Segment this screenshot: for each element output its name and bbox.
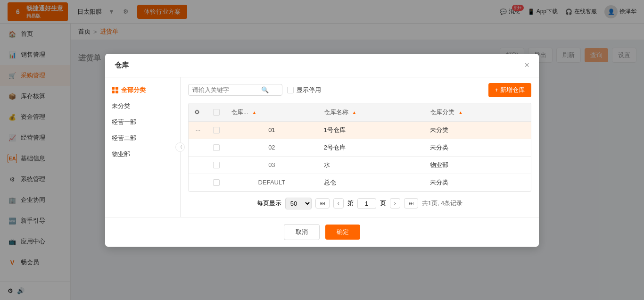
row-name-2: 水 — [318, 156, 425, 174]
row-checkbox-3 — [207, 174, 225, 191]
col-name: 仓库名称 ▲ — [318, 103, 425, 122]
table-row[interactable]: 02 2号仓库 未分类 — [189, 139, 531, 156]
search-input[interactable] — [192, 86, 258, 93]
category-item-dept1[interactable]: 经营一部 — [105, 114, 180, 130]
cancel-button[interactable]: 取消 — [284, 224, 320, 240]
row-select-checkbox-3[interactable] — [213, 179, 220, 186]
warehouse-list-panel: 🔍 显示停用 + 新增仓库 ⚙ — [181, 77, 539, 217]
row-category-1: 未分类 — [424, 139, 531, 156]
row-name-0: 1号仓库 — [318, 121, 425, 139]
row-name-1: 2号仓库 — [318, 139, 425, 156]
row-select-checkbox-1[interactable] — [213, 144, 220, 151]
row-actions-0: ··· — [189, 121, 207, 139]
category-item-unclassified[interactable]: 未分类 — [105, 98, 180, 114]
search-icon[interactable]: 🔍 — [261, 86, 269, 93]
modal-close-button[interactable]: × — [524, 60, 529, 70]
modal-footer: 取消 确定 — [105, 217, 539, 247]
row-category-0: 未分类 — [424, 121, 531, 139]
all-categories-item[interactable]: 全部分类 — [105, 82, 180, 98]
row-code-0: 01 — [225, 121, 318, 139]
row-actions-2 — [189, 156, 207, 174]
first-page-button[interactable]: ⏮ — [315, 198, 330, 208]
col-code: 仓库... ▲ — [225, 103, 318, 122]
prev-page-button[interactable]: ‹ — [333, 198, 344, 208]
warehouse-modal: 仓库 × 全部分类 《 未分类 经营一部 经营二部 物业 — [105, 54, 539, 247]
confirm-button[interactable]: 确定 — [325, 225, 360, 240]
show-disabled-label: 显示停用 — [297, 86, 321, 94]
category-panel: 全部分类 《 未分类 经营一部 经营二部 物业部 — [105, 77, 181, 217]
pagination: 每页显示 50 10 20 100 ⏮ ‹ 第 页 › ⏭ 共1页, 4条记录 — [188, 192, 531, 211]
col-gear: ⚙ — [189, 103, 207, 122]
search-box: 🔍 — [188, 84, 282, 96]
col-category: 仓库分类 ▲ — [424, 103, 531, 122]
page-label: 第 — [347, 199, 354, 208]
column-gear-icon[interactable]: ⚙ — [194, 108, 200, 116]
per-page-select[interactable]: 50 10 20 100 — [285, 198, 312, 209]
show-disabled-toggle: 显示停用 — [287, 86, 321, 94]
table-row[interactable]: DEFAULT 总仓 未分类 — [189, 174, 531, 191]
row-code-2: 03 — [225, 156, 318, 174]
last-page-button[interactable]: ⏭ — [404, 198, 418, 208]
row-category-3: 未分类 — [424, 174, 531, 191]
modal-overlay: 仓库 × 全部分类 《 未分类 经营一部 经营二部 物业 — [0, 0, 644, 300]
row-checkbox-1 — [207, 139, 225, 156]
row-checkbox-2 — [207, 156, 225, 174]
table-row[interactable]: ··· 01 1号仓库 未分类 — [189, 121, 531, 139]
name-sort-icon: ▲ — [352, 110, 356, 115]
row-select-checkbox-0[interactable] — [213, 127, 220, 133]
show-disabled-checkbox[interactable] — [287, 87, 294, 93]
row-name-3: 总仓 — [318, 174, 425, 191]
all-categories-label: 全部分类 — [121, 86, 146, 94]
pagination-info: 共1页, 4条记录 — [422, 199, 463, 208]
next-page-button[interactable]: › — [390, 198, 400, 208]
panel-collapse-button[interactable]: 《 — [175, 142, 185, 152]
modal-body: 全部分类 《 未分类 经营一部 经营二部 物业部 🔍 — [105, 77, 539, 217]
sort-icon: ▲ — [252, 110, 256, 115]
page-number-input[interactable] — [357, 198, 376, 209]
more-icon[interactable]: ··· — [196, 126, 201, 133]
modal-title: 仓库 — [115, 61, 129, 70]
list-toolbar: 🔍 显示停用 + 新增仓库 — [188, 83, 531, 97]
row-category-2: 物业部 — [424, 156, 531, 174]
row-code-1: 02 — [225, 139, 318, 156]
grid-icon — [112, 87, 118, 93]
category-item-property[interactable]: 物业部 — [105, 146, 180, 162]
category-sort-icon: ▲ — [458, 110, 463, 115]
row-code-3: DEFAULT — [225, 174, 318, 191]
table-row[interactable]: 03 水 物业部 — [189, 156, 531, 174]
row-checkbox-0 — [207, 121, 225, 139]
page-suffix: 页 — [380, 199, 386, 208]
row-actions-1 — [189, 139, 207, 156]
per-page-label: 每页显示 — [257, 199, 281, 208]
select-all-checkbox[interactable] — [213, 109, 220, 116]
row-actions-3 — [189, 174, 207, 191]
col-checkbox — [207, 103, 225, 122]
table-header-row: ⚙ 仓库... ▲ 仓库名称 — [189, 103, 531, 122]
category-item-dept2[interactable]: 经营二部 — [105, 130, 180, 146]
modal-header: 仓库 × — [105, 54, 539, 77]
row-select-checkbox-2[interactable] — [213, 162, 220, 168]
add-warehouse-button[interactable]: + 新增仓库 — [488, 83, 531, 97]
warehouse-table: ⚙ 仓库... ▲ 仓库名称 — [188, 103, 531, 192]
